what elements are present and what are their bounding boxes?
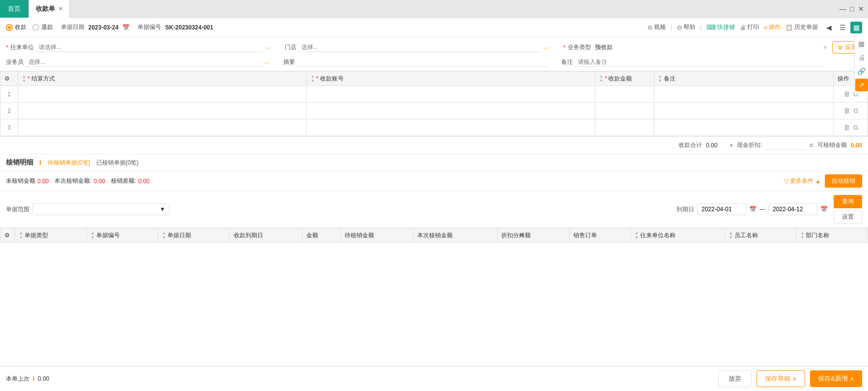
sidebar-table-icon[interactable]: ▦ <box>855 37 868 50</box>
diff-item: 核销差额: 0.00 <box>111 177 150 185</box>
store-input[interactable] <box>298 43 542 52</box>
calendar-icon[interactable]: 📅 <box>122 24 130 31</box>
discard-button[interactable]: 放弃 <box>718 370 752 387</box>
receipt-radio[interactable]: 收款 <box>6 23 27 31</box>
history-button[interactable]: 📋 历史单据 <box>786 23 818 31</box>
tab-close-icon[interactable]: × <box>59 5 62 12</box>
row-3-account[interactable] <box>306 119 595 136</box>
summary-input[interactable] <box>297 57 547 67</box>
receipt-radio-dot <box>6 24 13 31</box>
done-tab[interactable]: 已核销单据(0笔) <box>96 159 139 167</box>
biz-type-required: * <box>563 44 566 51</box>
auto-clear-button[interactable]: 自动核销 <box>825 174 862 188</box>
maximize-button[interactable]: □ <box>850 5 854 13</box>
row-2-delete-icon[interactable]: 🗑 <box>843 107 850 115</box>
store-group: 门店 ··· <box>285 43 550 52</box>
col-number-header: ▲▼ 单据编号 <box>86 228 158 243</box>
col-checkbox[interactable]: ⚙ <box>0 228 15 243</box>
discount-input[interactable] <box>766 140 805 150</box>
help-button[interactable]: ⊙ 帮助 <box>677 23 695 31</box>
row-1-account[interactable] <box>306 86 595 103</box>
number-sort[interactable]: ▲▼ <box>91 231 95 240</box>
col-order-label: 销售订单 <box>573 232 597 239</box>
amount-sort[interactable]: ▲▼ <box>599 74 603 83</box>
operation-icon: ≡ <box>764 24 767 31</box>
window-close-button[interactable]: ✕ <box>858 5 864 13</box>
query-settings-button[interactable]: 设置 <box>834 210 862 223</box>
list-view-button[interactable]: ☰ <box>837 22 848 33</box>
sidebar-print-icon[interactable]: 🖨 <box>855 51 868 64</box>
grid-view-button[interactable]: ▦ <box>850 22 862 33</box>
save-draft-button[interactable]: 保存草稿 ∧ <box>757 370 805 387</box>
row-2-amount[interactable] <box>595 103 654 119</box>
counterpart-more-icon[interactable]: ··· <box>265 44 271 52</box>
row-1-settle[interactable] <box>18 86 307 103</box>
row-3-delete-icon[interactable]: 🗑 <box>843 123 850 132</box>
footer-left: 本单上次 ℹ 0.00 <box>6 375 49 383</box>
detail-info-icon[interactable]: ℹ <box>39 159 42 166</box>
staff-input[interactable] <box>26 57 262 67</box>
remark-sort[interactable]: ▲▼ <box>658 74 662 83</box>
sidebar-link-icon[interactable]: 🔗 <box>855 65 868 78</box>
row-3-amount[interactable] <box>595 119 654 136</box>
col-amount-b-header: 金额 <box>302 228 341 243</box>
tab-receipt-label: 收款单 <box>36 4 55 13</box>
this-clear-value: 0.00 <box>94 178 105 185</box>
staff-label: 业务员 <box>6 58 24 66</box>
doc-number-group: 单据编号 SK-20230324-001 <box>137 23 213 31</box>
help-label: 帮助 <box>683 23 695 31</box>
calendar-start-icon[interactable]: 📅 <box>749 206 757 213</box>
col-gear[interactable]: ⚙ <box>0 72 18 86</box>
row-2-remark[interactable] <box>654 103 833 119</box>
date-end-input[interactable] <box>768 203 817 215</box>
draft-arrow: ∧ <box>792 375 797 382</box>
row-3-settle[interactable] <box>18 119 307 136</box>
summary-group: 摘要 <box>283 57 547 67</box>
dept-sort[interactable]: ▲▼ <box>800 231 804 240</box>
row-1-remark[interactable] <box>654 86 833 103</box>
filter-right: ▽ 更多条件 ▲ 自动核销 <box>784 174 862 188</box>
settle-sort[interactable]: ▲▼ <box>22 74 26 83</box>
date-sort[interactable]: ▲▼ <box>162 231 166 240</box>
row-1-delete-icon[interactable]: 🗑 <box>843 90 850 98</box>
remark-input[interactable] <box>575 57 825 67</box>
counterpart-sort[interactable]: ▲▼ <box>635 231 639 240</box>
print-button[interactable]: 🖨 打印 <box>740 23 759 31</box>
sidebar-expand-icon[interactable]: ↗ <box>855 79 868 91</box>
minimize-button[interactable]: — <box>840 5 846 13</box>
more-filter-label: 更多条件 <box>790 177 814 185</box>
save-new-button[interactable]: 保存&新增 ∧ <box>810 370 862 387</box>
query-button[interactable]: 查询 <box>834 195 862 208</box>
operation-button[interactable]: ≡ 操作 <box>764 23 781 31</box>
account-sort[interactable]: ▲▼ <box>311 74 315 83</box>
due-date-label: 到期日 <box>677 205 694 214</box>
row-1-amount[interactable] <box>595 86 654 103</box>
calendar-end-icon[interactable]: 📅 <box>820 206 828 213</box>
row-2-settle[interactable] <box>18 103 307 119</box>
biz-type-arrow[interactable]: ▼ <box>822 44 828 51</box>
range-select[interactable]: ▼ <box>32 203 170 215</box>
row-2-account[interactable] <box>306 103 595 119</box>
date-start-input[interactable] <box>697 203 746 215</box>
counterpart-input[interactable] <box>36 43 263 52</box>
refund-radio[interactable]: 退款 <box>32 23 53 31</box>
row-3-copy-icon[interactable]: ⧉ <box>853 123 858 132</box>
footer-info-icon[interactable]: ℹ <box>32 375 35 382</box>
staff-b-sort[interactable]: ▲▼ <box>729 231 733 240</box>
video-button[interactable]: ⊙ 视频 <box>648 23 666 31</box>
row-2-copy-icon[interactable]: ⧉ <box>853 107 858 115</box>
type-sort[interactable]: ▲▼ <box>19 231 23 240</box>
row-3-remark[interactable] <box>654 119 833 136</box>
pending-tab[interactable]: 待核销单据(0笔) <box>48 159 90 167</box>
biz-type-label: 业务类型 <box>568 43 591 52</box>
tab-home[interactable]: 首页 <box>0 0 29 18</box>
sep2: | <box>700 24 702 31</box>
query-buttons: 查询 设置 <box>834 195 862 223</box>
shortcut-button[interactable]: ⌨ 快捷键 <box>706 23 735 31</box>
prev-button[interactable]: ◀ <box>823 22 835 33</box>
staff-more-icon[interactable]: ··· <box>264 58 270 66</box>
table-gear-icon[interactable]: ⚙ <box>4 232 10 239</box>
store-more-icon[interactable]: ··· <box>544 44 550 52</box>
tab-receipt[interactable]: 收款单 × <box>29 0 70 18</box>
more-filter-button[interactable]: ▽ 更多条件 ▲ <box>784 177 821 185</box>
